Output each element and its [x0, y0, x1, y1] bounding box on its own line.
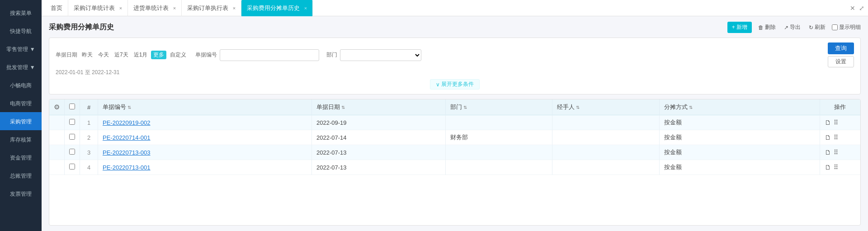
date-btn-more[interactable]: 更多: [151, 51, 166, 59]
sidebar-item-nav[interactable]: 快捷导航: [0, 22, 42, 40]
more-icon-0[interactable]: ⠿: [834, 119, 838, 126]
row-checkbox-0[interactable]: [69, 119, 75, 125]
show-columns-input[interactable]: [832, 24, 838, 30]
td-bill-no-2[interactable]: PE-20220713-003: [98, 145, 312, 160]
bill-no-input[interactable]: [220, 49, 319, 61]
sort-dept-icon[interactable]: ⇅: [463, 105, 467, 110]
sidebar-item-ecommerce[interactable]: 电商管理: [0, 94, 42, 112]
td-bill-no-3[interactable]: PE-20220713-001: [98, 160, 312, 175]
sidebar-item-finance[interactable]: 资金管理: [0, 148, 42, 166]
tab-purchase-cost-history[interactable]: 采购费用分摊单历史 ×: [241, 0, 313, 16]
sidebar-item-purchase[interactable]: 采购管理: [0, 112, 42, 130]
tab-home[interactable]: 首页: [45, 0, 68, 16]
refresh-button[interactable]: ↻ 刷新: [807, 23, 827, 32]
date-range-text: 2022-01-01 至 2022-12-31: [56, 69, 854, 76]
date-btn-1month[interactable]: 近1月: [132, 51, 150, 59]
bill-no-link-2[interactable]: PE-20220713-003: [103, 149, 151, 156]
sort-bill-no-icon[interactable]: ⇅: [127, 105, 131, 110]
bill-no-link-0[interactable]: PE-20220919-002: [103, 119, 151, 126]
bill-no-link-1[interactable]: PE-20220714-001: [103, 134, 151, 141]
sidebar-item-ecommerce-small[interactable]: 小畅电商: [0, 76, 42, 94]
td-settings-3: [49, 160, 65, 175]
more-icon-3[interactable]: ⠿: [834, 164, 838, 171]
th-handler[interactable]: 经手人⇅: [552, 99, 660, 115]
chevron-down-icon: ∨: [436, 81, 440, 88]
sort-date-icon[interactable]: ⇅: [341, 105, 345, 110]
td-settings-2: [49, 145, 65, 160]
more-icon-1[interactable]: ⠿: [834, 134, 838, 141]
th-dept[interactable]: 部门⇅: [445, 99, 552, 115]
th-checkbox: [65, 99, 80, 115]
tab-purchase-order-stats[interactable]: 采购订单统计表 ×: [68, 0, 128, 16]
date-btn-7days[interactable]: 近7天: [113, 51, 130, 59]
sidebar-item-retail[interactable]: 零售管理 ▼: [0, 40, 42, 58]
td-method-0: 按金额: [659, 115, 820, 130]
close-tab-purchase-order-stats[interactable]: ×: [119, 5, 122, 11]
add-button[interactable]: + 新增: [727, 22, 752, 33]
view-icon-2[interactable]: 🗋: [825, 149, 831, 156]
bill-no-filter-group: 单据编号: [195, 49, 319, 61]
close-all-tabs-icon[interactable]: ✕: [850, 5, 855, 12]
export-button[interactable]: ↗ 导出: [782, 23, 802, 32]
sidebar-item-invoice[interactable]: 发票管理: [0, 184, 42, 203]
expand-more-conditions[interactable]: ∨ 展开更多条件: [430, 79, 480, 90]
td-handler-2: [552, 145, 660, 160]
purchase-cost-table: ⚙ # 单据编号⇅ 单据日期⇅ 部门⇅: [49, 99, 860, 175]
bill-no-link-3[interactable]: PE-20220713-001: [103, 164, 151, 171]
th-settings[interactable]: ⚙: [49, 99, 65, 115]
table-row: 3 PE-20220713-003 2022-07-13 按金额 🗋 ⠿: [49, 145, 860, 160]
td-checkbox-3[interactable]: [65, 160, 80, 175]
sort-method-icon[interactable]: ⇅: [689, 105, 693, 110]
td-settings-0: [49, 115, 65, 130]
view-icon-0[interactable]: 🗋: [825, 119, 831, 126]
date-btn-today[interactable]: 今天: [96, 51, 111, 59]
table-row: 1 PE-20220919-002 2022-09-19 按金额 🗋 ⠿: [49, 115, 860, 130]
table-row: 4 PE-20220713-001 2022-07-13 按金额 🗋 ⠿: [49, 160, 860, 175]
view-icon-1[interactable]: 🗋: [825, 134, 831, 141]
td-bill-no-1[interactable]: PE-20220714-001: [98, 130, 312, 145]
delete-button[interactable]: 🗑 删除: [756, 23, 778, 32]
td-checkbox-0[interactable]: [65, 115, 80, 130]
more-icon-2[interactable]: ⠿: [834, 149, 838, 156]
sidebar-item-search[interactable]: 搜索菜单: [0, 4, 42, 22]
view-icon-3[interactable]: 🗋: [825, 164, 831, 171]
sidebar-item-wholesale[interactable]: 批发管理 ▼: [0, 58, 42, 76]
row-checkbox-2[interactable]: [69, 149, 75, 155]
td-num-2: 3: [80, 145, 98, 160]
close-tab-goods-stats[interactable]: ×: [173, 5, 176, 11]
settings-gear-icon[interactable]: ⚙: [54, 103, 60, 111]
th-bill-no[interactable]: 单据编号⇅: [98, 99, 312, 115]
page-header: 采购费用分摊单历史 + 新增 🗑 删除 ↗ 导出 ↻ 刷新 显示明细: [49, 22, 861, 33]
query-button[interactable]: 查询: [828, 42, 854, 54]
close-tab-purchase-exec[interactable]: ×: [233, 5, 236, 11]
th-method[interactable]: 分摊方式⇅: [659, 99, 820, 115]
row-checkbox-3[interactable]: [69, 164, 75, 170]
date-btn-custom[interactable]: 自定义: [168, 51, 188, 59]
row-checkbox-1[interactable]: [69, 134, 75, 140]
sidebar-item-ledger[interactable]: 总账管理: [0, 166, 42, 184]
tab-goods-stats[interactable]: 进货单统计表 ×: [128, 0, 182, 16]
tab-purchase-exec[interactable]: 采购订单执行表 ×: [182, 0, 241, 16]
table-body: 1 PE-20220919-002 2022-09-19 按金额 🗋 ⠿ 2 P…: [49, 115, 860, 175]
filter-row: 单据日期 昨天 今天 近7天 近1月 更多 自定义 单据编号: [56, 42, 854, 67]
sidebar: 搜索菜单 快捷导航 零售管理 ▼ 批发管理 ▼ 小畅电商 电商管理 采购管理 库…: [0, 0, 42, 231]
td-actions-3: 🗋 ⠿: [820, 160, 860, 175]
bill-no-label: 单据编号: [195, 51, 217, 59]
expand-icon[interactable]: ⤢: [859, 5, 864, 12]
close-tab-purchase-cost-history[interactable]: ×: [304, 5, 307, 11]
td-bill-no-0[interactable]: PE-20220919-002: [98, 115, 312, 130]
filter-bar: 单据日期 昨天 今天 近7天 近1月 更多 自定义 单据编号: [49, 38, 861, 94]
dept-select[interactable]: 财务部: [340, 49, 421, 61]
td-checkbox-1[interactable]: [65, 130, 80, 145]
td-checkbox-2[interactable]: [65, 145, 80, 160]
show-columns-checkbox[interactable]: 显示明细: [832, 24, 861, 31]
th-date[interactable]: 单据日期⇅: [312, 99, 446, 115]
sidebar-item-inventory[interactable]: 库存核算: [0, 130, 42, 148]
filter-settings-button[interactable]: 设置: [828, 56, 854, 67]
toolbar: + 新增 🗑 删除 ↗ 导出 ↻ 刷新 显示明细: [727, 22, 861, 33]
content-area: 采购费用分摊单历史 + 新增 🗑 删除 ↗ 导出 ↻ 刷新 显示明细: [42, 16, 868, 231]
td-dept-0: [445, 115, 552, 130]
date-btn-yesterday[interactable]: 昨天: [80, 51, 94, 59]
select-all-checkbox[interactable]: [69, 104, 75, 109]
sort-handler-icon[interactable]: ⇅: [576, 105, 580, 110]
